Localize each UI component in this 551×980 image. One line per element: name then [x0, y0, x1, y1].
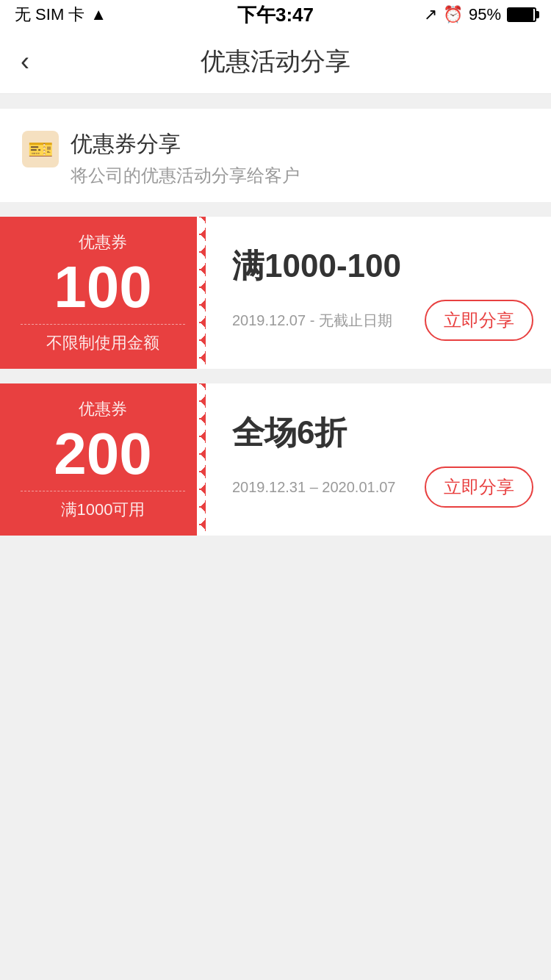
coupon-label-1: 优惠券 — [79, 398, 127, 420]
background-area — [0, 565, 551, 859]
coupon-right-1: 全场6折 2019.12.31 – 2020.01.07 立即分享 — [206, 383, 551, 536]
coupon-name-0: 满1000-100 — [232, 245, 533, 288]
coupon-date-1: 2019.12.31 – 2020.01.07 — [232, 479, 395, 496]
share-button-0[interactable]: 立即分享 — [425, 300, 533, 341]
coupon-name-1: 全场6折 — [232, 411, 533, 455]
wifi-icon: ▲ — [90, 5, 107, 24]
page-title: 优惠活动分享 — [201, 45, 350, 79]
coupon-footer-0: 2019.12.07 - 无截止日期 立即分享 — [232, 300, 533, 341]
carrier-text: 无 SIM 卡 — [15, 4, 84, 26]
share-button-1[interactable]: 立即分享 — [425, 466, 533, 508]
coupon-footer-1: 2019.12.31 – 2020.01.07 立即分享 — [232, 466, 533, 508]
coupon-condition-1: 满1000可用 — [61, 499, 145, 521]
coupon-amount-1: 200 — [54, 425, 151, 483]
nav-bar: ‹ 优惠活动分享 — [0, 29, 551, 94]
coupon-card: 优惠券 200 满1000可用 全场6折 2019.12.31 – 2020.0… — [0, 383, 551, 536]
location-icon: ↗ — [424, 5, 437, 24]
coupon-condition-0: 不限制使用金额 — [46, 332, 159, 354]
section-header: 🎫 优惠券分享 将公司的优惠活动分享给客户 — [0, 109, 551, 202]
alarm-icon: ⏰ — [443, 5, 463, 24]
coupon-right-0: 满1000-100 2019.12.07 - 无截止日期 立即分享 — [206, 217, 551, 369]
coupon-list: 优惠券 100 不限制使用金额 满1000-100 2019.12.07 - 无… — [0, 202, 551, 565]
status-time: 下午3:47 — [237, 2, 314, 28]
section-icon: 🎫 — [22, 131, 59, 167]
status-right: ↗ ⏰ 95% — [424, 5, 536, 24]
coupon-date-0: 2019.12.07 - 无截止日期 — [232, 311, 392, 331]
status-left: 无 SIM 卡 ▲ — [15, 4, 107, 26]
coupon-left-1: 优惠券 200 满1000可用 — [0, 383, 206, 536]
section-subtitle: 将公司的优惠活动分享给客户 — [71, 164, 300, 187]
back-button[interactable]: ‹ — [21, 46, 29, 77]
battery-icon — [507, 7, 536, 22]
battery-percent: 95% — [469, 5, 501, 24]
coupon-card: 优惠券 100 不限制使用金额 满1000-100 2019.12.07 - 无… — [0, 217, 551, 369]
coupon-label-0: 优惠券 — [79, 231, 127, 253]
section-text: 优惠券分享 将公司的优惠活动分享给客户 — [71, 129, 300, 187]
coupon-amount-0: 100 — [54, 258, 151, 317]
coupon-left-0: 优惠券 100 不限制使用金额 — [0, 217, 206, 369]
section-title: 优惠券分享 — [71, 129, 300, 159]
status-bar: 无 SIM 卡 ▲ 下午3:47 ↗ ⏰ 95% — [0, 0, 551, 29]
